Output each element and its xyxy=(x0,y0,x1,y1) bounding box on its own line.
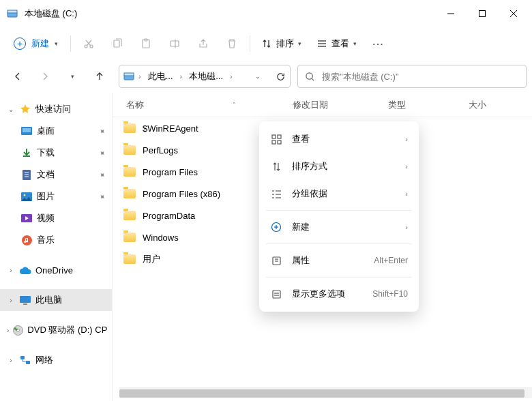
column-label: 类型 xyxy=(388,99,406,111)
address-bar[interactable]: › 此电... › 本地磁... › ⌄ xyxy=(119,65,291,88)
sidebar-dvd[interactable]: › DVD 驱动器 (D:) CP xyxy=(0,319,112,341)
sidebar-documents[interactable]: 文档 ✦ xyxy=(0,164,112,185)
group-icon xyxy=(270,189,282,199)
ctx-sort[interactable]: 排序方式 › xyxy=(259,153,419,180)
svg-rect-1 xyxy=(8,10,17,13)
download-icon xyxy=(20,147,33,159)
column-label: 修改日期 xyxy=(293,99,328,111)
expand-icon[interactable]: › xyxy=(7,357,15,364)
sidebar-pictures[interactable]: 图片 ✦ xyxy=(0,185,112,207)
up-button[interactable] xyxy=(87,64,112,89)
copy-button[interactable] xyxy=(104,31,131,56)
svg-rect-11 xyxy=(171,41,179,46)
file-name: Windows xyxy=(143,233,179,243)
close-button[interactable] xyxy=(498,3,529,25)
column-date[interactable]: 修改日期 xyxy=(293,99,388,111)
column-name[interactable]: 名称˄ xyxy=(126,99,293,111)
new-button[interactable]: + 新建 ▾ xyxy=(5,33,66,54)
svg-rect-31 xyxy=(23,303,27,305)
delete-button[interactable] xyxy=(218,31,246,56)
folder-icon xyxy=(123,233,136,242)
title-bar: 本地磁盘 (C:) xyxy=(0,0,532,27)
cloud-icon xyxy=(19,264,31,276)
sidebar-item-label: 下载 xyxy=(37,147,55,159)
sort-icon xyxy=(261,38,272,49)
pin-icon: ✦ xyxy=(97,125,108,136)
sidebar-quick-access[interactable]: ⌄ 快速访问 xyxy=(0,98,112,120)
sidebar-desktop[interactable]: 桌面 ✦ xyxy=(0,120,112,142)
sidebar-videos[interactable]: 视频 xyxy=(0,207,112,229)
ctx-properties[interactable]: 属性 Alt+Enter xyxy=(259,247,419,274)
folder-icon xyxy=(123,189,136,198)
chevron-down-icon: ▾ xyxy=(353,40,357,47)
share-button[interactable] xyxy=(190,31,217,56)
sidebar-item-label: 此电脑 xyxy=(35,294,62,306)
search-icon xyxy=(305,72,315,82)
ctx-new[interactable]: 新建 › xyxy=(259,213,419,241)
ctx-group[interactable]: 分组依据 › xyxy=(259,180,419,207)
forward-button[interactable] xyxy=(33,64,57,89)
folder-icon xyxy=(123,145,136,155)
collapse-icon[interactable]: ⌄ xyxy=(7,106,15,113)
svg-rect-21 xyxy=(23,128,31,132)
sidebar: ⌄ 快速访问 桌面 ✦ 下载 ✦ 文档 ✦ 图片 ✦ 视频 xyxy=(0,93,112,401)
chevron-right-icon: › xyxy=(405,162,408,170)
chevron-right-icon[interactable]: › xyxy=(179,72,184,80)
svg-point-29 xyxy=(22,235,32,246)
back-button[interactable] xyxy=(5,64,30,89)
cut-button[interactable] xyxy=(75,31,102,56)
recent-button[interactable]: ▾ xyxy=(60,64,85,89)
sidebar-network[interactable]: › 网络 xyxy=(0,349,112,371)
ctx-label: 新建 xyxy=(292,221,396,233)
column-size[interactable]: 大小 xyxy=(469,99,509,111)
expand-icon[interactable]: › xyxy=(7,327,9,334)
sort-indicator: ˄ xyxy=(233,102,236,108)
ctx-view[interactable]: 查看 › xyxy=(259,125,419,153)
file-name: Program Files xyxy=(143,167,198,177)
more-button[interactable]: ··· xyxy=(365,31,392,56)
refresh-button[interactable] xyxy=(276,72,286,82)
scrollbar-thumb[interactable] xyxy=(119,389,524,398)
ctx-label: 查看 xyxy=(292,133,396,145)
expand-icon[interactable]: › xyxy=(7,297,15,304)
sidebar-item-label: OneDrive xyxy=(35,265,73,276)
chevron-right-icon[interactable]: › xyxy=(228,72,234,80)
ctx-label: 排序方式 xyxy=(292,160,396,173)
chevron-right-icon: › xyxy=(405,190,408,198)
breadcrumb[interactable]: 本地磁... xyxy=(186,68,226,85)
column-type[interactable]: 类型 xyxy=(388,99,469,111)
folder-icon xyxy=(123,123,136,133)
pin-icon: ✦ xyxy=(97,169,108,180)
rename-button[interactable] xyxy=(161,31,188,56)
sort-icon xyxy=(270,162,282,172)
sidebar-onedrive[interactable]: › OneDrive xyxy=(0,259,112,281)
drive-icon xyxy=(123,71,134,82)
sidebar-thispc[interactable]: › 此电脑 xyxy=(0,289,112,311)
chevron-right-icon[interactable]: › xyxy=(137,72,143,80)
search-input[interactable] xyxy=(322,72,519,82)
column-label: 大小 xyxy=(469,99,486,111)
scrollbar-horizontal[interactable] xyxy=(119,387,532,398)
sidebar-music[interactable]: 音乐 xyxy=(0,229,112,251)
chevron-down-icon[interactable]: ⌄ xyxy=(255,73,261,80)
paste-button[interactable] xyxy=(132,31,160,56)
minimize-button[interactable] xyxy=(435,3,467,25)
sidebar-downloads[interactable]: 下载 ✦ xyxy=(0,142,112,164)
star-icon xyxy=(19,103,31,115)
sort-button[interactable]: 排序 ▾ xyxy=(254,33,308,54)
view-button[interactable]: 查看 ▾ xyxy=(310,33,364,54)
svg-line-19 xyxy=(312,78,314,80)
ctx-more-options[interactable]: 显示更多选项 Shift+F10 xyxy=(259,280,419,308)
ctx-label: 属性 xyxy=(292,254,364,267)
ctx-shortcut: Alt+Enter xyxy=(374,256,408,265)
divider xyxy=(266,277,412,278)
sidebar-item-label: 视频 xyxy=(37,212,55,224)
maximize-button[interactable] xyxy=(467,3,498,25)
chevron-down-icon: ▾ xyxy=(55,40,58,47)
sort-label: 排序 xyxy=(276,38,294,50)
column-headers[interactable]: 名称˄ 修改日期 类型 大小 xyxy=(113,93,532,117)
expand-icon[interactable]: › xyxy=(7,267,15,274)
breadcrumb[interactable]: 此电... xyxy=(145,68,176,85)
sidebar-item-label: 音乐 xyxy=(37,234,55,246)
search-bar[interactable] xyxy=(297,65,527,88)
